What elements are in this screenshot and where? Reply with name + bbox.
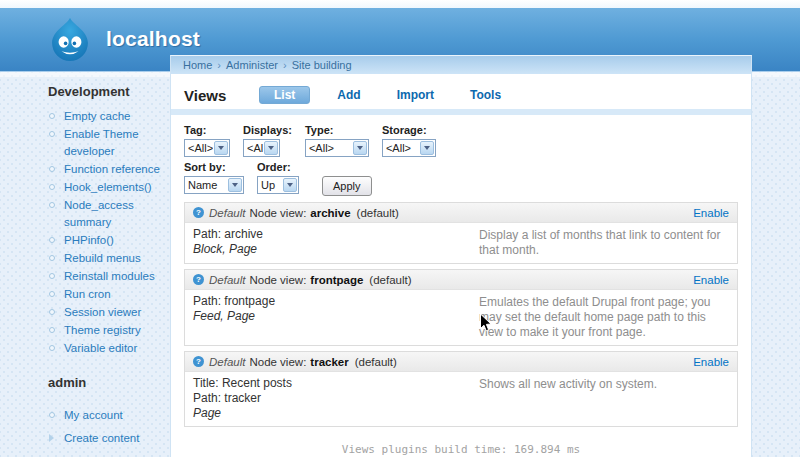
help-icon[interactable]: ? xyxy=(193,356,204,367)
top-strip xyxy=(0,0,800,8)
view-name: tracker xyxy=(310,356,348,368)
bullet-icon xyxy=(49,113,55,119)
breadcrumb-home[interactable]: Home xyxy=(183,59,212,71)
dropdown-arrow-icon[interactable] xyxy=(353,141,367,155)
bullet-icon xyxy=(49,166,55,172)
view-type-label: Default xyxy=(209,274,245,286)
bullet-icon xyxy=(49,131,55,137)
sidebar-item-run-cron[interactable]: Run cron xyxy=(48,286,166,303)
bullet-icon xyxy=(49,237,55,243)
bullet-icon xyxy=(49,273,55,279)
filter-label-type: Type: xyxy=(305,124,369,136)
displays-select[interactable]: <All> xyxy=(243,139,280,157)
sidebar-item-node-access-summary[interactable]: Node_access summary xyxy=(48,197,166,231)
view-displays: Page xyxy=(193,406,479,421)
breadcrumb-site-building[interactable]: Site building xyxy=(292,59,352,71)
dropdown-arrow-icon[interactable] xyxy=(228,178,242,192)
view-displays: Block, Page xyxy=(193,242,479,257)
tab-list[interactable]: List xyxy=(259,86,310,104)
views-list: ? Default Node view: archive (default) E… xyxy=(184,202,738,427)
sidebar-item-variable-editor[interactable]: Variable editor xyxy=(48,340,166,357)
filter-label-storage: Storage: xyxy=(382,124,436,136)
view-suffix: (default) xyxy=(369,274,411,286)
sidebar-item-session-viewer[interactable]: Session viewer xyxy=(48,304,166,321)
enable-link-archive[interactable]: Enable xyxy=(693,207,729,219)
help-icon[interactable]: ? xyxy=(193,207,204,218)
tab-import[interactable]: Import xyxy=(392,86,439,104)
apply-button[interactable]: Apply xyxy=(322,176,372,196)
view-name: archive xyxy=(310,207,350,219)
view-row-tracker: ? Default Node view: tracker (default) E… xyxy=(184,351,738,427)
tab-bar: List Add Import Tools xyxy=(259,86,532,104)
bullet-icon xyxy=(49,345,55,351)
view-suffix: (default) xyxy=(355,356,397,368)
breadcrumb: Home › Administer › Site building xyxy=(171,56,751,74)
breadcrumb-administer[interactable]: Administer xyxy=(226,59,278,71)
filter-label-order: Order: xyxy=(257,161,299,173)
help-icon[interactable]: ? xyxy=(193,274,204,285)
sidebar-section-title-admin: admin xyxy=(48,375,166,390)
build-times: Views plugins build time: 169.894 ms Vie… xyxy=(184,443,738,457)
view-title: Title: Recent posts xyxy=(193,376,479,391)
bullet-icon xyxy=(49,309,55,315)
sidebar-item-function-reference[interactable]: Function reference xyxy=(48,161,166,178)
sidebar-menu-admin: My account Create content Administer Con… xyxy=(48,407,166,457)
view-details: Path: frontpage Feed, Page xyxy=(193,294,479,340)
sidebar-item-administer[interactable]: Administer xyxy=(48,453,166,457)
storage-select[interactable]: <All> xyxy=(382,139,436,157)
view-kind-label: Node view: xyxy=(249,274,306,286)
dropdown-arrow-icon[interactable] xyxy=(264,141,278,155)
breadcrumb-separator: › xyxy=(217,59,221,71)
view-type-label: Default xyxy=(209,356,245,368)
bullet-icon xyxy=(49,255,55,261)
view-row-header: ? Default Node view: tracker (default) E… xyxy=(185,352,737,372)
sidebar-item-hook-elements[interactable]: Hook_elements() xyxy=(48,179,166,196)
filters: Tag: <All> Displays: <All> Type: xyxy=(184,124,738,196)
bullet-icon xyxy=(49,291,55,297)
sort-by-select[interactable]: Name xyxy=(184,176,244,194)
enable-link-tracker[interactable]: Enable xyxy=(693,356,729,368)
sidebar-section-title-development: Development xyxy=(48,84,166,99)
view-kind-label: Node view: xyxy=(249,356,306,368)
sidebar-item-my-account[interactable]: My account xyxy=(48,407,166,424)
view-suffix: (default) xyxy=(357,207,399,219)
sidebar-menu-development: Empty cache Enable Theme developer Funct… xyxy=(48,108,166,357)
page-title: Views xyxy=(184,87,244,104)
view-row-frontpage: ? Default Node view: frontpage (default)… xyxy=(184,269,738,346)
view-row-header: ? Default Node view: frontpage (default)… xyxy=(185,270,737,290)
view-description: Emulates the default Drupal front page; … xyxy=(479,294,729,340)
view-path: Path: archive xyxy=(193,227,479,242)
sidebar-item-rebuild-menus[interactable]: Rebuild menus xyxy=(48,250,166,267)
sidebar-item-create-content[interactable]: Create content xyxy=(48,430,166,447)
bullet-icon xyxy=(49,202,55,208)
sidebar-item-reinstall-modules[interactable]: Reinstall modules xyxy=(48,268,166,285)
sidebar-item-empty-cache[interactable]: Empty cache xyxy=(48,108,166,125)
type-select[interactable]: <All> xyxy=(305,139,369,157)
view-type-label: Default xyxy=(209,207,245,219)
sidebar-item-theme-registry[interactable]: Theme registry xyxy=(48,322,166,339)
order-select[interactable]: Up xyxy=(257,176,299,194)
filter-label-displays: Displays: xyxy=(243,124,292,136)
tab-underline-strip xyxy=(171,109,751,115)
tab-tools[interactable]: Tools xyxy=(465,86,506,104)
site-name[interactable]: localhost xyxy=(106,27,200,51)
view-path: Path: tracker xyxy=(193,391,479,406)
view-details: Path: archive Block, Page xyxy=(193,227,479,258)
mouse-cursor xyxy=(479,313,492,337)
collapsed-arrow-icon xyxy=(49,434,54,442)
view-details: Title: Recent posts Path: tracker Page xyxy=(193,376,479,421)
bullet-icon xyxy=(49,412,55,418)
dropdown-arrow-icon[interactable] xyxy=(214,141,228,155)
dropdown-arrow-icon[interactable] xyxy=(420,141,434,155)
tab-add[interactable]: Add xyxy=(332,86,365,104)
view-description: Shows all new activity on system. xyxy=(479,376,729,421)
sidebar-item-enable-theme-developer[interactable]: Enable Theme developer xyxy=(48,126,166,160)
enable-link-frontpage[interactable]: Enable xyxy=(693,274,729,286)
sidebar-item-phpinfo[interactable]: PHPinfo() xyxy=(48,232,166,249)
filter-label-sort-by: Sort by: xyxy=(184,161,244,173)
filter-label-tag: Tag: xyxy=(184,124,230,136)
tag-select[interactable]: <All> xyxy=(184,139,230,157)
bullet-icon xyxy=(49,327,55,333)
dropdown-arrow-icon[interactable] xyxy=(283,178,297,192)
view-description: Display a list of months that link to co… xyxy=(479,227,729,258)
